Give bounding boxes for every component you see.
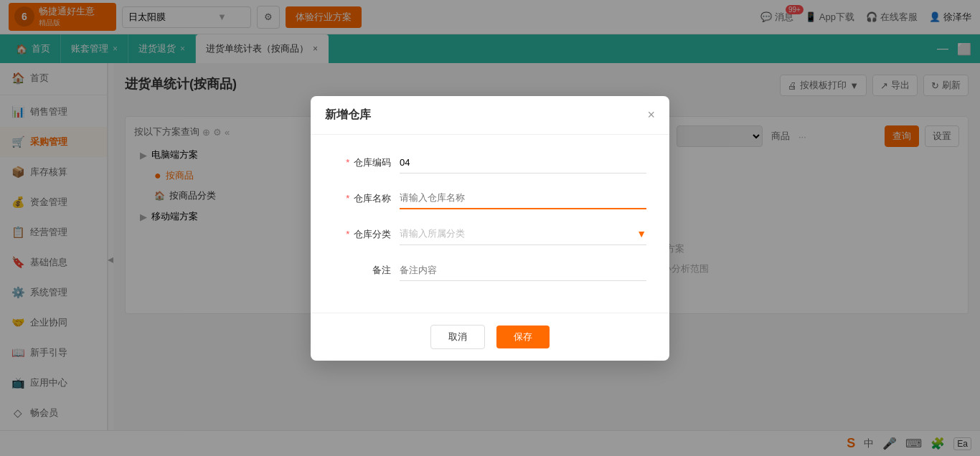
- form-row-code: * 仓库编码: [334, 152, 646, 174]
- form-row-note: 备注: [334, 260, 646, 281]
- category-select[interactable]: 请输入所属分类 ▼: [400, 224, 646, 245]
- name-label: * 仓库名称: [334, 192, 391, 205]
- note-label: 备注: [334, 264, 391, 277]
- code-label: * 仓库编码: [334, 156, 391, 169]
- cancel-button[interactable]: 取消: [430, 325, 485, 349]
- modal-close-button[interactable]: ×: [647, 108, 655, 123]
- modal: 新增仓库 × * 仓库编码 * 仓库名称: [311, 96, 669, 361]
- code-input[interactable]: [400, 152, 646, 174]
- modal-overlay: 新增仓库 × * 仓库编码 * 仓库名称: [0, 0, 980, 456]
- category-label: * 仓库分类: [334, 228, 391, 241]
- modal-title: 新增仓库: [325, 108, 371, 123]
- save-button[interactable]: 保存: [496, 326, 550, 348]
- modal-body: * 仓库编码 * 仓库名称 * 仓库分类 请输入所属: [311, 135, 669, 313]
- note-input[interactable]: [400, 260, 646, 281]
- form-row-category: * 仓库分类 请输入所属分类 ▼: [334, 224, 646, 245]
- name-input[interactable]: [400, 188, 646, 209]
- category-placeholder: 请输入所属分类: [400, 227, 465, 240]
- modal-footer: 取消 保存: [311, 313, 669, 361]
- form-row-name: * 仓库名称: [334, 188, 646, 209]
- category-arrow-icon: ▼: [636, 228, 646, 239]
- modal-header: 新增仓库 ×: [311, 96, 669, 135]
